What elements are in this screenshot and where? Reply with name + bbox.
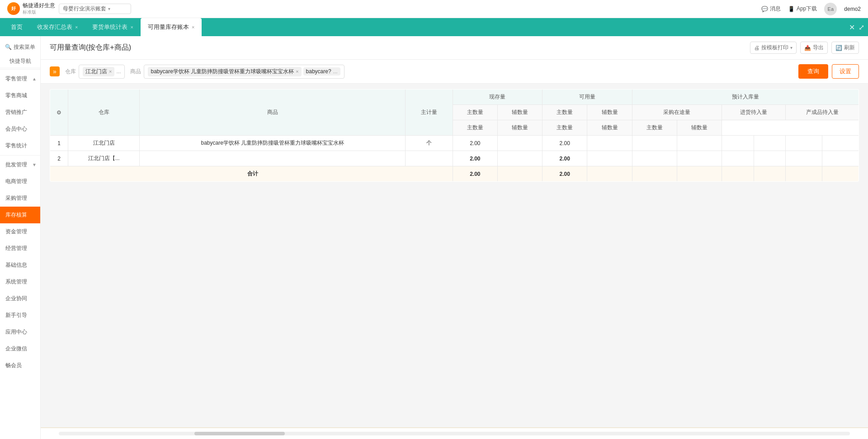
tab-receive[interactable]: 收发存汇总表 × (30, 18, 85, 36)
table-footer (41, 427, 868, 439)
row-2-avail-aux (587, 151, 632, 166)
warehouse-dots: ... (116, 68, 121, 75)
sidebar-divider-2 (0, 155, 40, 156)
sidebar-item-basic-info[interactable]: 基础信息 (0, 257, 40, 274)
total-product-main (786, 166, 822, 182)
refresh-icon: 🔄 (835, 45, 842, 51)
table-container: ⚙ 仓库 商品 主计量 现存量 可用量 预计入库量 主数量 辅数量 主数量 辅数… (41, 84, 868, 427)
refresh-button[interactable]: 🔄 刷新 (831, 42, 859, 54)
print-button[interactable]: 🖨 按模板打印 ▾ (750, 42, 797, 54)
sidebar-item-operations[interactable]: 经营管理 (0, 240, 40, 257)
sidebar-item-ecommerce[interactable]: 电商管理 (0, 173, 40, 190)
row-2-incoming-main (722, 151, 754, 166)
sidebar-item-member[interactable]: 会员中心 (0, 121, 40, 137)
table-header-purchase-aux: 辅数量 (497, 120, 542, 136)
tab-order[interactable]: 要货单统计表 × (85, 18, 140, 36)
export-label: 导出 (813, 44, 824, 52)
message-button[interactable]: 💬 消息 (761, 5, 781, 13)
warehouse-input[interactable]: 江北门店 × ... (79, 65, 125, 79)
row-1-product: babycare学饮杯 儿童防摔防撞吸管杯重力球吸嘴杯宝宝水杯 (140, 136, 406, 151)
row-2-purchase-aux (677, 151, 722, 166)
sidebar-item-inventory-check[interactable]: 库存核算 (0, 207, 40, 223)
sidebar-item-retail-stats[interactable]: 零售统计 (0, 137, 40, 154)
tab-home[interactable]: 首页 (4, 18, 30, 36)
logo-text: 畅捷通好生意 (23, 2, 55, 9)
page-actions: 🖨 按模板打印 ▾ 📤 导出 🔄 刷新 (750, 42, 859, 54)
avatar[interactable]: Ea (824, 3, 837, 15)
sidebar-item-enterprise[interactable]: 企业协同 (0, 290, 40, 307)
row-2-warehouse: 江北门店【... (68, 151, 140, 166)
table-header-gear[interactable]: ⚙ (50, 90, 68, 136)
sidebar-item-finance[interactable]: 资金管理 (0, 223, 40, 240)
gear-icon[interactable]: ⚙ (57, 109, 61, 116)
table-header-purchase-transit: 采购在途量 (632, 105, 722, 120)
sidebar-item-basic-info-label: 基础信息 (5, 261, 27, 269)
row-1-current-main: 2.00 (453, 136, 497, 151)
sidebar-item-system[interactable]: 系统管理 (0, 274, 40, 290)
main-layout: 🔍 搜索菜单 快捷导航 零售管理 ▲ 零售商城 营销推广 会员中心 零售统计 批… (0, 36, 868, 439)
row-2-product-aux (822, 151, 859, 166)
sidebar-item-app-center[interactable]: 应用中心 (0, 324, 40, 340)
product-tag-2: babycare? ... (303, 67, 340, 76)
row-1-avail-aux (587, 136, 632, 151)
row-1-avail-main: 2.00 (542, 136, 587, 151)
sidebar-search[interactable]: 🔍 搜索菜单 (0, 40, 40, 55)
nav-tabs: 首页 收发存汇总表 × 要货单统计表 × 可用量库存账本 × ✕ ⤢ (0, 18, 868, 36)
product-tag-1-label: babycare学饮杯 儿童防摔防撞吸管杯重力球吸嘴杯宝宝水杯 (151, 68, 294, 76)
sidebar-item-marketing[interactable]: 营销推广 (0, 104, 40, 121)
horizontal-scrollbar[interactable] (59, 432, 850, 435)
sidebar-item-retail-stats-label: 零售统计 (5, 142, 27, 150)
table-header-planned: 预计入库量 (632, 90, 859, 105)
sidebar: 🔍 搜索菜单 快捷导航 零售管理 ▲ 零售商城 营销推广 会员中心 零售统计 批… (0, 36, 41, 439)
row-2-incoming-aux (754, 151, 786, 166)
scrollbar-thumb[interactable] (194, 432, 285, 435)
sidebar-item-retail-mgmt[interactable]: 零售管理 ▲ (0, 71, 40, 87)
product-tag-1-remove[interactable]: × (296, 69, 298, 74)
logo-icon: 好 (7, 2, 20, 15)
warehouse-tag-label: 江北门店 (85, 68, 107, 76)
sidebar-item-purchase[interactable]: 采购管理 (0, 190, 40, 207)
row-1-incoming-main (722, 136, 754, 151)
app-download-button[interactable]: 📱 App下载 (788, 5, 817, 13)
message-label: 消息 (770, 5, 781, 13)
content-area: 可用量查询(按仓库+商品) 🖨 按模板打印 ▾ 📤 导出 🔄 刷新 » (41, 36, 868, 439)
filter-expand-button[interactable]: » (50, 66, 60, 76)
table-header-incoming-main: 主数量 (542, 120, 587, 136)
template-selector[interactable]: 母婴行业演示账套 ▾ (59, 4, 131, 14)
sidebar-item-vip[interactable]: 畅会员 (0, 357, 40, 374)
user-name: demo2 (844, 6, 861, 12)
filter-actions: 查询 设置 (798, 64, 859, 79)
sidebar-item-retail-shop[interactable]: 零售商城 (0, 87, 40, 104)
tab-inventory-label: 可用量库存账本 (148, 23, 189, 31)
tab-order-close[interactable]: × (130, 24, 133, 30)
table-header-product: 商品 (140, 90, 406, 136)
query-button[interactable]: 查询 (798, 64, 828, 79)
sidebar-item-guide-label: 新手引导 (5, 312, 27, 319)
row-1-product-main (786, 136, 822, 151)
settings-button[interactable]: 设置 (832, 64, 859, 79)
nav-right-icons: ✕ ⤢ (849, 23, 864, 32)
total-avail-main: 2.00 (542, 166, 587, 182)
tab-inventory[interactable]: 可用量库存账本 × (141, 18, 202, 36)
row-2-no: 2 (50, 151, 68, 166)
top-bar-right: 💬 消息 📱 App下载 Ea demo2 (761, 3, 861, 15)
sidebar-item-enterprise-wx-label: 企业微信 (5, 345, 27, 353)
row-1-current-aux (497, 136, 542, 151)
nav-expand-icon[interactable]: ⤢ (859, 23, 864, 32)
product-input[interactable]: babycare学饮杯 儿童防摔防撞吸管杯重力球吸嘴杯宝宝水杯 × babyca… (144, 65, 344, 79)
table-header-current-aux: 辅数量 (497, 105, 542, 120)
avatar-initials: Ea (828, 6, 834, 12)
warehouse-tag-remove[interactable]: × (109, 69, 112, 74)
export-button[interactable]: 📤 导出 (800, 42, 828, 54)
tab-receive-close[interactable]: × (75, 24, 78, 30)
sidebar-item-finance-label: 资金管理 (5, 228, 27, 236)
sidebar-quick-nav[interactable]: 快捷导航 (0, 55, 40, 68)
nav-close-icon[interactable]: ✕ (849, 23, 855, 32)
sidebar-item-batch-mgmt[interactable]: 批发管理 ▼ (0, 156, 40, 173)
sidebar-item-enterprise-wx[interactable]: 企业微信 (0, 340, 40, 357)
table-header-purchase-main: 主数量 (453, 120, 497, 136)
sidebar-item-ecommerce-label: 电商管理 (5, 178, 27, 185)
sidebar-item-inventory-check-label: 库存核算 (5, 211, 27, 219)
tab-inventory-close[interactable]: × (192, 24, 194, 30)
sidebar-item-guide[interactable]: 新手引导 (0, 307, 40, 324)
